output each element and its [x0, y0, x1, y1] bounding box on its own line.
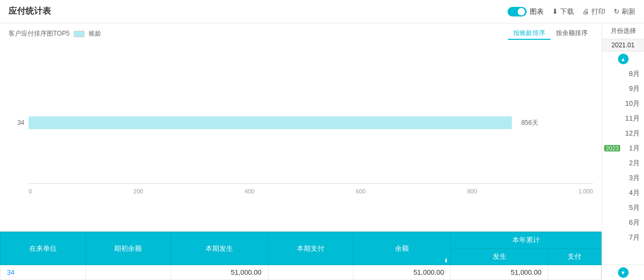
month-item-2[interactable]: 2月: [602, 156, 644, 171]
bar-end-label-0: 856天: [521, 118, 538, 128]
td-ytd-occ: 51,000.00: [451, 265, 548, 280]
month-item-11[interactable]: 11月: [602, 111, 644, 126]
th-current-occ: 本期发生: [171, 232, 268, 265]
bar-row-empty-3: [8, 80, 593, 96]
header: 应付统计表 图表 ⬇ 下载 🖨 打印 ↻ 刷新: [0, 0, 644, 23]
page-title: 应付统计表: [8, 6, 51, 17]
bar-row-empty-1: [8, 48, 593, 64]
table-row: 34 51,000.00 51,000.00 51,000.00: [1, 265, 602, 280]
x-axis-line: [29, 183, 593, 184]
month-list: 8月 9月 10月 11月 12月 2023 1月 2月 3月 4月 5月 6月…: [602, 66, 644, 265]
print-icon: 🖨: [582, 7, 589, 15]
chart-legend: 客户应付排序图TOP5 账龄: [8, 29, 101, 38]
bar-row-empty-5: [8, 133, 593, 149]
bar-fill-0: 856天: [29, 116, 512, 129]
balance-icon: ⬇: [444, 258, 448, 264]
sort-tabs: 按账龄排序 按余额排序: [508, 28, 593, 40]
download-icon: ⬇: [552, 7, 558, 15]
chart-topbar: 客户应付排序图TOP5 账龄 按账龄排序 按余额排序: [0, 23, 602, 44]
nav-down-button[interactable]: ▼: [618, 267, 629, 278]
month-item-10[interactable]: 10月: [602, 96, 644, 111]
legend-text: 客户应付排序图TOP5: [8, 29, 70, 38]
th-current-pay: 本期支付: [268, 232, 354, 265]
x-tick-600: 600: [356, 188, 365, 194]
bar-row-0: 34 856天: [8, 112, 593, 133]
x-tick-800: 800: [467, 188, 477, 194]
month-item-8[interactable]: 8月: [602, 66, 644, 81]
bar-row-empty-4: [8, 96, 593, 112]
sort-tab-age[interactable]: 按账龄排序: [508, 28, 551, 40]
print-label: 打印: [591, 7, 605, 16]
x-tick-1000: 1,000: [578, 188, 593, 194]
month-item-4[interactable]: 4月: [602, 185, 644, 200]
month-item-7[interactable]: 7月: [602, 230, 644, 245]
refresh-button[interactable]: ↻ 刷新: [614, 7, 636, 16]
app-container: 应付统计表 图表 ⬇ 下载 🖨 打印 ↻ 刷新: [0, 0, 644, 280]
th-ytd-pay: 支付: [548, 249, 601, 265]
table-section: 在来单位 期初余额 本期发生 本期支付 余额 ⬇ 本年累计: [0, 231, 602, 280]
th-opening: 期初余额: [85, 232, 171, 265]
bar-chart-area: 34 856天 0 200: [0, 44, 602, 231]
bar-label-0: 34: [8, 119, 24, 126]
header-actions: 图表 ⬇ 下载 🖨 打印 ↻ 刷新: [508, 7, 636, 16]
chart-section: 客户应付排序图TOP5 账龄 按账龄排序 按余额排序: [0, 23, 602, 280]
summary-table: 在来单位 期初余额 本期发生 本期支付 余额 ⬇ 本年累计: [0, 232, 602, 280]
table-header-row: 在来单位 期初余额 本期发生 本期支付 余额 ⬇ 本年累计: [1, 232, 602, 249]
download-button[interactable]: ⬇ 下载: [552, 7, 574, 16]
chart-toggle-label: 图表: [530, 7, 544, 16]
legend-box: [74, 31, 84, 37]
bar-row-empty-6: [8, 149, 593, 165]
month-item-3[interactable]: 3月: [602, 171, 644, 185]
year-badge-2023: 2023: [604, 145, 620, 151]
unit-link[interactable]: 34: [7, 268, 14, 276]
td-balance: 51,000.00: [354, 265, 451, 280]
td-current-pay: [268, 265, 354, 280]
th-ytd-occ: 发生: [451, 249, 548, 265]
chart-toggle[interactable]: [508, 7, 527, 16]
bar-track-0: 856天: [29, 116, 593, 129]
nav-up-button[interactable]: ▲: [618, 54, 629, 64]
bar-row-empty-7: [8, 165, 593, 181]
x-tick-200: 200: [133, 188, 143, 194]
sidebar-header: 月份选择: [602, 23, 644, 39]
th-balance: 余额 ⬇: [354, 232, 451, 265]
sidebar-date[interactable]: 2021.01: [602, 39, 644, 52]
main-content: 客户应付排序图TOP5 账龄 按账龄排序 按余额排序: [0, 23, 644, 280]
refresh-icon: ↻: [614, 7, 620, 15]
month-item-6[interactable]: 6月: [602, 215, 644, 230]
month-item-1[interactable]: 2023 1月: [602, 141, 644, 156]
chart-toggle-container: 图表: [508, 7, 544, 16]
td-ytd-pay: [548, 265, 601, 280]
sort-tab-balance[interactable]: 按余额排序: [551, 28, 593, 40]
table-wrapper: 在来单位 期初余额 本期发生 本期支付 余额 ⬇ 本年累计: [0, 232, 602, 280]
sidebar: 月份选择 2021.01 ▲ 8月 9月 10月 11月 12月 2023 1月…: [602, 23, 644, 280]
refresh-label: 刷新: [622, 7, 636, 16]
bar-row-empty-2: [8, 64, 593, 80]
month-item-9[interactable]: 9月: [602, 81, 644, 96]
month-item-12[interactable]: 12月: [602, 126, 644, 141]
month-label-1: 1月: [629, 143, 640, 153]
td-opening: [85, 265, 171, 280]
x-tick-400: 400: [245, 188, 254, 194]
legend-item-label: 账龄: [89, 29, 101, 38]
month-item-5[interactable]: 5月: [602, 200, 644, 215]
x-axis: 0 200 400 600 800 1,000: [8, 186, 593, 194]
th-unit: 在来单位: [1, 232, 86, 265]
bar-chart-inner: 34 856天 0 200: [8, 48, 593, 186]
print-button[interactable]: 🖨 打印: [582, 7, 605, 16]
td-unit: 34: [1, 265, 86, 280]
x-tick-0: 0: [29, 188, 32, 194]
sidebar-nav-up: ▲: [602, 52, 644, 66]
download-label: 下载: [560, 7, 574, 16]
sidebar-nav-down: ▼: [602, 265, 644, 280]
th-ytd: 本年累计: [451, 232, 602, 249]
td-current-occ: 51,000.00: [171, 265, 268, 280]
